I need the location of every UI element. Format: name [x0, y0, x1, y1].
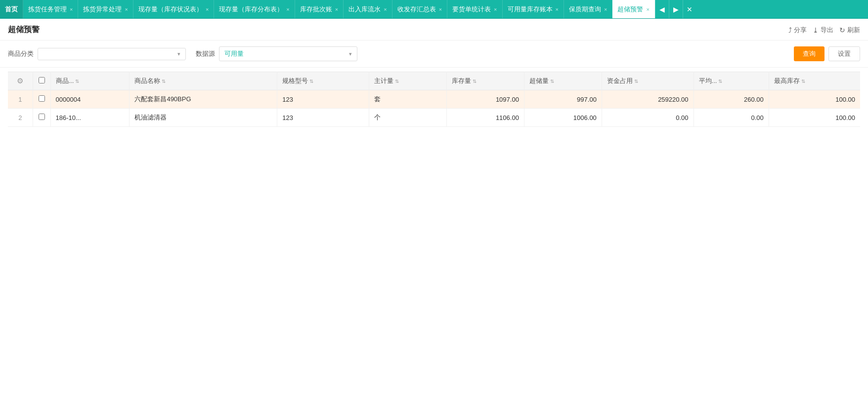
nav-item-pick-task[interactable]: 拣货任务管理 ×: [23, 0, 78, 18]
nav-arrow-left[interactable]: ◀: [655, 0, 669, 18]
nav-item-pick-exception[interactable]: 拣货异常处理 ×: [78, 0, 133, 18]
overstock-table: ⚙ 商品... ⇅ 商品名称 ⇅: [8, 72, 860, 127]
row-checkbox[interactable]: [39, 114, 45, 120]
share-icon: ⤴: [788, 26, 792, 34]
row-stock-qty: 1097.00: [446, 90, 524, 109]
chevron-down-icon: ▾: [349, 51, 352, 57]
th-product-code[interactable]: 商品... ⇅: [50, 72, 130, 90]
datasource-select[interactable]: 可用量 ▾: [219, 46, 357, 61]
row-max-stock: 100.00: [769, 90, 860, 109]
table-body: 1 0000004 六配套新昌490BPG 123 套 1097.00 997.…: [8, 90, 860, 127]
row-product-name: 机油滤清器: [130, 109, 277, 127]
table-container: ⚙ 商品... ⇅ 商品名称 ⇅: [0, 72, 868, 127]
row-stock-qty: 1106.00: [446, 109, 524, 127]
datasource-value: 可用量: [224, 49, 244, 58]
category-filter-group: 商品分类 ▾: [8, 48, 186, 60]
close-icon[interactable]: ×: [494, 6, 497, 12]
row-checkbox-cell: [33, 90, 50, 109]
nav-item-order-stat[interactable]: 要货单统计表 ×: [447, 0, 502, 18]
row-unit: 套: [369, 90, 446, 109]
row-avg: 260.00: [694, 90, 769, 109]
row-overstock-qty: 997.00: [524, 90, 602, 109]
th-spec[interactable]: 规格型号 ⇅: [277, 72, 369, 90]
nav-item-overstock-warning[interactable]: 超储预警 ×: [612, 0, 654, 18]
page-title: 超储预警: [8, 25, 40, 35]
close-icon[interactable]: ×: [556, 6, 559, 12]
export-icon: ⤓: [813, 26, 819, 34]
sort-icon: ⇅: [801, 79, 805, 84]
table-row: 1 0000004 六配套新昌490BPG 123 套 1097.00 997.…: [8, 90, 860, 109]
nav-bar: 首页 拣货任务管理 × 拣货异常处理 × 现存量（库存状况表） × 现存量（库存…: [0, 0, 868, 19]
row-checkbox[interactable]: [39, 95, 45, 102]
setting-button[interactable]: 设置: [828, 46, 860, 61]
th-capital-used[interactable]: 资金占用 ⇅: [602, 72, 694, 90]
row-index: 2: [8, 109, 33, 127]
nav-item-home[interactable]: 首页: [0, 0, 23, 18]
header-actions: ⤴ 分享 ⤓ 导出 ↻ 刷新: [788, 26, 860, 35]
sort-icon: ⇅: [162, 79, 166, 84]
gear-icon[interactable]: ⚙: [17, 77, 23, 85]
sort-icon: ⇅: [634, 79, 638, 84]
refresh-button[interactable]: ↻ 刷新: [839, 26, 860, 35]
th-unit[interactable]: 主计量 ⇅: [369, 72, 446, 90]
th-max-stock[interactable]: 最高库存 ⇅: [769, 72, 860, 90]
row-overstock-qty: 1006.00: [524, 109, 602, 127]
select-all-checkbox[interactable]: [39, 77, 45, 83]
close-icon[interactable]: ×: [646, 6, 649, 12]
row-capital-used: 0.00: [602, 109, 694, 127]
table-row: 2 186-10... 机油滤清器 123 个 1106.00 1006.00 …: [8, 109, 860, 127]
th-overstock-qty[interactable]: 超储量 ⇅: [524, 72, 602, 90]
close-icon[interactable]: ×: [286, 6, 289, 12]
row-capital-used: 259220.00: [602, 90, 694, 109]
close-icon[interactable]: ×: [125, 6, 128, 12]
category-select[interactable]: ▾: [38, 48, 186, 60]
row-product-code: 0000004: [50, 90, 130, 109]
row-spec: 123: [277, 109, 369, 127]
export-button[interactable]: ⤓ 导出: [813, 26, 833, 35]
th-avg[interactable]: 平均... ⇅: [694, 72, 769, 90]
close-icon[interactable]: ×: [206, 6, 209, 12]
sort-icon: ⇅: [75, 79, 79, 84]
row-unit: 个: [369, 109, 446, 127]
table-header-row: ⚙ 商品... ⇅ 商品名称 ⇅: [8, 72, 860, 90]
query-button[interactable]: 查询: [794, 46, 825, 61]
th-gear: ⚙: [8, 72, 33, 90]
nav-item-stock-status[interactable]: 现存量（库存状况表） ×: [133, 0, 214, 18]
close-icon[interactable]: ×: [335, 6, 338, 12]
sort-icon: ⇅: [473, 79, 477, 84]
share-button[interactable]: ⤴ 分享: [788, 26, 807, 35]
sort-icon: ⇅: [718, 79, 722, 84]
row-max-stock: 100.00: [769, 109, 860, 127]
datasource-filter-group: 数据源 可用量 ▾: [196, 46, 357, 61]
nav-close-all[interactable]: ✕: [683, 0, 696, 18]
close-icon[interactable]: ×: [604, 6, 607, 12]
nav-item-batch-account[interactable]: 库存批次账 ×: [295, 0, 344, 18]
th-product-name[interactable]: 商品名称 ⇅: [130, 72, 277, 90]
nav-item-summary[interactable]: 收发存汇总表 ×: [392, 0, 447, 18]
row-product-name: 六配套新昌490BPG: [130, 90, 277, 109]
nav-item-inout-flow[interactable]: 出入库流水 ×: [344, 0, 392, 18]
row-product-code: 186-10...: [50, 109, 130, 127]
sort-icon: ⇅: [309, 79, 313, 84]
row-index: 1: [8, 90, 33, 109]
th-checkbox: [33, 72, 50, 90]
close-icon[interactable]: ×: [70, 6, 73, 12]
close-icon[interactable]: ×: [384, 6, 387, 12]
nav-item-available-account[interactable]: 可用量库存账本 ×: [503, 0, 564, 18]
category-label: 商品分类: [8, 49, 34, 58]
th-stock-qty[interactable]: 库存量 ⇅: [446, 72, 524, 90]
filter-area: 商品分类 ▾ 数据源 可用量 ▾ 查询 设置: [0, 40, 868, 68]
nav-arrow-right[interactable]: ▶: [669, 0, 683, 18]
datasource-label: 数据源: [196, 49, 215, 58]
filter-actions: 查询 设置: [794, 46, 860, 61]
close-icon[interactable]: ×: [439, 6, 442, 12]
nav-item-shelf-life[interactable]: 保质期查询 ×: [564, 0, 612, 18]
chevron-down-icon: ▾: [177, 51, 180, 57]
row-avg: 0.00: [694, 109, 769, 127]
refresh-icon: ↻: [839, 26, 845, 34]
page-header: 超储预警 ⤴ 分享 ⤓ 导出 ↻ 刷新: [0, 19, 868, 40]
nav-item-stock-dist[interactable]: 现存量（库存分布表） ×: [214, 0, 295, 18]
sort-icon: ⇅: [395, 79, 399, 84]
row-spec: 123: [277, 90, 369, 109]
sort-icon: ⇅: [550, 79, 554, 84]
